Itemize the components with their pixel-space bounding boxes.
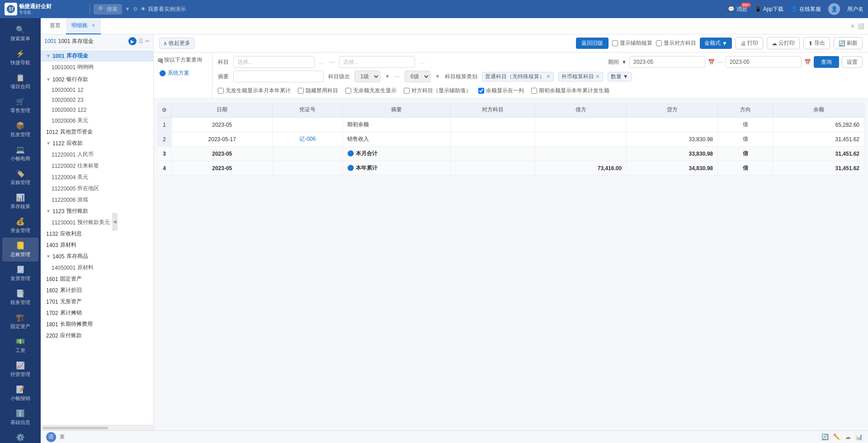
tree-item-1123[interactable]: ▼ 1123 预付账款 <box>41 205 153 217</box>
opt-hide-disabled-input[interactable] <box>298 88 304 94</box>
tree-item-1405[interactable]: ▼ 1405 库存商品 <box>41 251 153 262</box>
tab-home[interactable]: 首页 <box>44 18 66 34</box>
sidebar-item-retail[interactable]: 🛒 零售管理 <box>2 94 38 118</box>
sidebar-item-basic-info[interactable]: ℹ️ 基础信息 <box>2 405 38 429</box>
status-edit-icon[interactable]: ✏️ <box>833 433 840 440</box>
tree-item-1602[interactable]: 1602 累计折旧 <box>41 285 153 296</box>
tree-item-1701[interactable]: 1701 无形资产 <box>41 296 153 307</box>
opt-balance-col-input[interactable] <box>478 88 484 94</box>
opt-no-occurrence-input[interactable] <box>218 88 224 94</box>
opt-balance-col[interactable]: 余额显示在一列 <box>478 87 524 95</box>
scheme-item-system[interactable]: 🔵 系统方案 <box>157 67 208 79</box>
tree-item-10020001[interactable]: 10020001 12 <box>41 85 153 95</box>
voucher-link[interactable]: 记-006 <box>299 136 316 142</box>
sidebar-item-search[interactable]: 🔍 搜索菜单 <box>2 22 38 46</box>
show-counter-checkbox[interactable]: 显示对方科目 <box>656 39 696 47</box>
show-counter-input[interactable] <box>656 40 662 46</box>
tree-item-11220001[interactable]: 11220001 人民币 <box>41 149 153 160</box>
tree-item-11220002[interactable]: 11220002 往来标签 <box>41 160 153 171</box>
return-old-btn[interactable]: 返回旧版 <box>576 38 609 49</box>
tree-item-10020003[interactable]: 10020003 122 <box>41 105 153 115</box>
tree-item-11220004[interactable]: 11220004 美元 <box>41 171 153 183</box>
opt-counter-subject-input[interactable] <box>404 88 410 94</box>
sidebar-item-ecommerce[interactable]: 💻 小畅电商 <box>2 142 38 166</box>
lang-text[interactable]: 英 <box>60 433 65 440</box>
tab-detail[interactable]: 明细账 ✕ <box>66 18 101 34</box>
print-btn[interactable]: 🖨 打印 <box>736 37 763 49</box>
tag-forex-close[interactable]: ✕ <box>595 73 600 80</box>
show-aux-checkbox[interactable]: 显示辅助核算 <box>612 39 652 47</box>
lang-btn[interactable]: 语 <box>46 432 56 442</box>
sidebar-item-sys-manage[interactable]: ⚙️ 系统管理 <box>2 429 38 443</box>
opt-counter-subject[interactable]: 对方科目（显示辅助项） <box>404 87 471 95</box>
settings-icon[interactable]: ⚙ <box>133 6 138 12</box>
tree-item-1002[interactable]: ▼ 1002 银行存款 <box>41 74 153 85</box>
opt-no-occurrence[interactable]: 无发生额显示本月本年累计 <box>218 87 291 95</box>
status-cloud-icon[interactable]: ☁ <box>845 433 851 440</box>
tree-item-11220005[interactable]: 11220005 所在地区 <box>41 183 153 194</box>
tree-scrollbar[interactable] <box>41 425 153 430</box>
online-service-btn[interactable]: 👤 在线客服 <box>791 5 821 13</box>
opt-no-balance[interactable]: 无余额无发生显示 <box>345 87 396 95</box>
sidebar-item-general-ledger[interactable]: 📒 总账管理 <box>2 238 38 262</box>
opt-hide-disabled[interactable]: 隐藏禁用科目 <box>298 87 338 95</box>
opt-no-balance-input[interactable] <box>345 88 351 94</box>
tree-item-1403[interactable]: 1403 原材料 <box>41 239 153 251</box>
level-start-select[interactable]: 1级2级3级 <box>354 71 380 82</box>
sidebar-item-project[interactable]: 📋 项目合同 <box>2 70 38 94</box>
tree-item-10010001[interactable]: 10010001 哟哟哟 <box>41 62 153 73</box>
tab-detail-close[interactable]: ✕ <box>91 23 95 29</box>
period-dropdown[interactable]: ▼ <box>622 59 627 65</box>
user-avatar[interactable]: 👤 <box>828 3 840 15</box>
opt-initial-balance-input[interactable] <box>531 88 537 94</box>
cloud-print-btn[interactable]: ☁ 云打印 <box>767 37 800 49</box>
tree-item-1702[interactable]: 1702 累计摊销 <box>41 307 153 319</box>
sidebar-item-tax[interactable]: 📑 税务管理 <box>2 286 38 310</box>
status-refresh-icon[interactable]: 🔄 <box>821 433 829 440</box>
tree-item-10020002[interactable]: 10020002 23 <box>41 95 153 105</box>
account-nav-btn[interactable]: ▶ <box>128 37 137 45</box>
refresh-btn[interactable]: 🔄 刷新 <box>834 37 863 49</box>
status-chart-icon[interactable]: 📊 <box>855 433 863 440</box>
tab-bar-expand-icon[interactable]: ⬜ <box>858 23 864 29</box>
tree-item-11220006[interactable]: 11220006 游戏 <box>41 194 153 205</box>
sidebar-item-quick-nav[interactable]: ⚡ 快捷导航 <box>2 46 38 70</box>
tree-item-1601[interactable]: 1601 固定资产 <box>41 273 153 285</box>
show-aux-input[interactable] <box>612 40 618 46</box>
tree-item-2202[interactable]: 2202 应付账款 <box>41 330 153 341</box>
amount-format-btn[interactable]: 金额式 ▼ <box>700 38 732 49</box>
quantity-dropdown[interactable]: ▼ <box>623 73 628 80</box>
opt-initial-balance[interactable]: 期初余额显示本年累计发生额 <box>531 87 609 95</box>
sidebar-item-xiaochang-sales[interactable]: 📝 小畅报销 <box>2 381 38 405</box>
sidebar-item-inventory[interactable]: 📊 库存核算 <box>2 190 38 214</box>
sidebar-item-capital[interactable]: 💰 资金管理 <box>2 214 38 238</box>
tree-item-1012[interactable]: 1012 其他货币资金 <box>41 126 153 138</box>
sidebar-item-wholesale[interactable]: 📦 批发管理 <box>2 118 38 142</box>
sidebar-item-invoice[interactable]: 🧾 发票管理 <box>2 262 38 286</box>
search-box[interactable]: 🔍 搜索 <box>94 4 122 14</box>
subject-input[interactable] <box>233 56 315 68</box>
tree-item-1132[interactable]: 1132 应收利息 <box>41 228 153 239</box>
sidebar-item-fixed-assets[interactable]: 🏗️ 固定资产 <box>2 310 38 333</box>
dropdown-arrow[interactable]: ▼ <box>125 6 130 12</box>
summary-input[interactable] <box>233 71 324 82</box>
export-btn[interactable]: ⬆ 导出 <box>803 37 830 49</box>
tree-item-1122[interactable]: ▼ 1122 应收款 <box>41 138 153 149</box>
tree-item-1801[interactable]: 1801 长期待摊费用 <box>41 319 153 330</box>
message-btn[interactable]: 💬 消息 99+ <box>728 5 747 13</box>
demo-link[interactable]: 👁 我要看实例演示 <box>141 5 186 13</box>
tree-item-1001[interactable]: ▼ 1001 库存现金 <box>41 50 153 62</box>
subject-end-input[interactable] <box>339 56 415 68</box>
filter-collapse-btn[interactable]: ◀ <box>157 56 163 65</box>
period-start-input[interactable] <box>629 56 705 68</box>
tag-normal-close[interactable]: ✕ <box>546 73 551 80</box>
period-end-input[interactable] <box>726 56 802 68</box>
tree-item-10020006[interactable]: 10020006 美元 <box>41 115 153 126</box>
settings-filter-btn[interactable]: 设置 <box>842 56 863 68</box>
calendar-icon-end[interactable]: 📅 <box>804 59 811 65</box>
tree-item-14050001[interactable]: 14050001 原材料 <box>41 262 153 273</box>
tree-collapse-btn[interactable]: ◀ <box>112 213 118 231</box>
calendar-icon-start[interactable]: 📅 <box>708 59 715 65</box>
tab-bar-close-icon[interactable]: ✕ <box>850 23 855 29</box>
expand-more-btn[interactable]: ∧ 收起更多 <box>159 38 194 49</box>
